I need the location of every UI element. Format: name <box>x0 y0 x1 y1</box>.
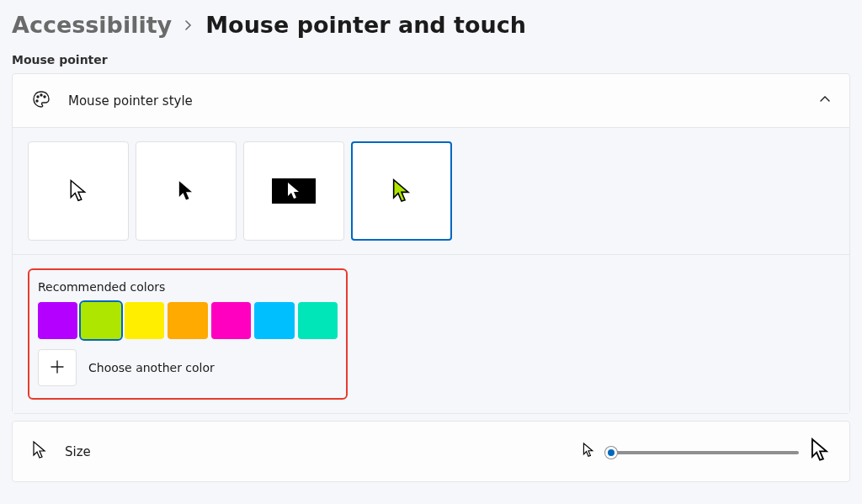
size-panel: Size <box>12 421 850 482</box>
svg-point-2 <box>44 96 45 98</box>
mouse-pointer-style-header[interactable]: Mouse pointer style <box>13 74 849 127</box>
color-swatch-magenta[interactable] <box>211 302 251 339</box>
recommended-colors-title: Recommended colors <box>38 280 338 294</box>
cursor-small-icon <box>31 440 48 463</box>
breadcrumb-current: Mouse pointer and touch <box>205 12 526 38</box>
svg-point-1 <box>40 94 42 96</box>
recommended-colors-highlight: Recommended colors Choose another color <box>28 268 348 400</box>
breadcrumb-parent[interactable]: Accessibility <box>12 12 172 38</box>
chevron-up-icon <box>819 93 831 108</box>
svg-point-0 <box>37 96 39 98</box>
pointer-style-options <box>13 127 849 254</box>
cursor-min-icon <box>582 442 595 461</box>
color-swatch-lime[interactable] <box>81 302 120 339</box>
choose-another-color-row: Choose another color <box>38 349 338 386</box>
size-slider[interactable] <box>605 443 799 460</box>
choose-another-color-label: Choose another color <box>88 361 215 374</box>
pointer-style-black[interactable] <box>136 141 237 241</box>
pointer-style-inverted[interactable] <box>243 141 344 241</box>
color-swatch-row <box>38 302 338 339</box>
breadcrumb: Accessibility Mouse pointer and touch <box>12 12 850 38</box>
cursor-max-icon <box>809 437 831 466</box>
recommended-colors-block: Recommended colors Choose another color <box>13 254 849 413</box>
size-slider-wrap <box>582 437 831 466</box>
pointer-style-white[interactable] <box>28 141 129 241</box>
color-swatch-orange[interactable] <box>168 302 207 339</box>
mouse-pointer-style-panel: Mouse pointer style Recommended colors <box>12 73 850 414</box>
choose-another-color-button[interactable] <box>38 349 77 386</box>
color-swatch-teal[interactable] <box>298 302 338 339</box>
pointer-style-custom[interactable] <box>351 141 452 241</box>
section-label-mouse-pointer: Mouse pointer <box>12 53 850 66</box>
color-swatch-cyan[interactable] <box>254 302 294 339</box>
svg-point-3 <box>36 100 38 102</box>
palette-icon <box>31 89 51 112</box>
mouse-pointer-style-title: Mouse pointer style <box>68 93 802 109</box>
chevron-right-icon <box>184 16 194 34</box>
size-title: Size <box>65 444 565 459</box>
color-swatch-purple[interactable] <box>38 302 77 339</box>
plus-icon <box>50 358 65 379</box>
color-swatch-yellow[interactable] <box>125 302 164 339</box>
